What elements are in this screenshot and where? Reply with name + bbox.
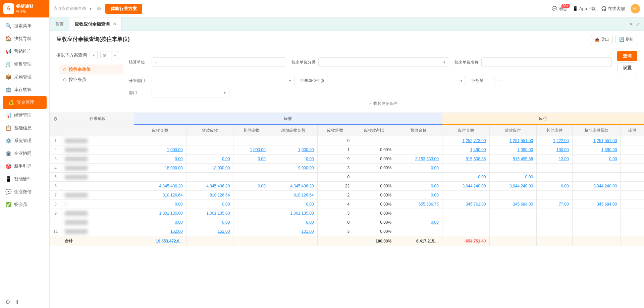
sidebar-item-quick[interactable]: 🏠 快捷导航 <box>0 32 49 45</box>
sidebar-item-marketing[interactable]: 📢 营销推广 <box>0 45 49 58</box>
page-header: 应收应付余额查询(按往来单位) 📤 导出 🔄 刷新 <box>50 31 644 47</box>
table-row: 11████████152.00152.00101.0030.00% <box>50 227 644 236</box>
table-row: 9████████1,001,135.001,001,135.001,001,1… <box>50 209 644 218</box>
tabbar-close-icon[interactable]: ✕ <box>629 21 633 27</box>
sidebar-item-purchase[interactable]: 📦 采购管理 <box>0 71 49 83</box>
col-other-ar-h: 其他应收 <box>233 125 269 136</box>
sidebar-item-search[interactable]: 🔍 搜索菜单 <box>0 19 49 32</box>
refresh-button[interactable]: 🔄 刷新 <box>615 35 637 44</box>
setting-button[interactable]: 设置 <box>617 62 637 73</box>
filter-target-btn[interactable]: ⊙ <box>100 51 108 59</box>
export-button[interactable]: 📤 导出 <box>591 35 613 44</box>
col-settings[interactable]: ⚙ <box>50 113 61 125</box>
table-body: 1████████01,252,773.001,251,551.001,222.… <box>50 136 644 236</box>
marketing-icon: 📢 <box>5 48 11 54</box>
footer-label: 合计 <box>61 236 134 246</box>
salesman-input[interactable]: ··· <box>494 76 637 85</box>
col-ap-h: 应付 <box>621 125 644 136</box>
sidebar-item-system[interactable]: ⚙️ 系统管理 <box>0 134 49 147</box>
footer-num <box>50 236 61 246</box>
footer-ar-count <box>317 236 353 246</box>
col-loan-ar-h: 贷款应收 <box>186 125 233 136</box>
main-content: 应收应付余额查询(按往来单位) 📤 导出 🔄 刷新 按以下方案查询 + ⊙ « <box>50 31 644 308</box>
sidebar-item-basic[interactable]: 📋 基础信息 <box>0 122 49 134</box>
table-footer-row: 合计 19,553,472,6... 100.00% 6,417,215....… <box>50 236 644 246</box>
dept-input[interactable]: ▼ <box>152 76 295 85</box>
col-ar-amt-h: 应收金额 <box>134 125 186 136</box>
filter-dept: 分管部门 ▼ <box>129 76 295 85</box>
table-footer: 合计 19,553,472,6... 100.00% 6,417,215....… <box>50 236 644 246</box>
filter-add-btn[interactable]: + <box>90 51 98 59</box>
collapse-sidebar-icon[interactable]: ⏸ <box>14 299 19 305</box>
table-container[interactable]: ⚙ 往来单位 应收 应付 应收金额 贷款应收 其他应收 超期应收金额 应收笔数 … <box>50 113 644 308</box>
tab-home[interactable]: 首页 <box>50 17 69 31</box>
sidebar-item-member[interactable]: ✅ 畅会员 <box>0 198 49 211</box>
query-button[interactable]: 查询 <box>617 51 637 61</box>
tabbar-expand-icon[interactable]: ⤢ <box>636 21 640 27</box>
col-ar-ratio-h: 应收款占比 <box>353 125 395 136</box>
topbar-message[interactable]: 💬 消息 99+ <box>552 6 567 12</box>
basic-icon: 📋 <box>5 125 11 131</box>
unit-name-input[interactable] <box>481 57 612 67</box>
sidebar-item-hardware[interactable]: 📱 智能硬件 <box>0 173 49 185</box>
operation-icon: 📊 <box>5 112 11 118</box>
settings-bottom-icon[interactable]: ⚙ <box>5 299 10 305</box>
sidebar-item-inventory[interactable]: 🏢 库存核算 <box>0 83 49 96</box>
sidebar-item-guide[interactable]: 🎯 新手引导 <box>0 160 49 173</box>
query-buttons: 查询 设置 <box>617 51 637 73</box>
sidebar-item-wechat[interactable]: 💬 企业微信 <box>0 185 49 198</box>
topbar: 应收应付余额查询 ▼ ⚙ 体验行业方案 💬 消息 99+ 📱 App下载 🎧 在… <box>50 0 644 17</box>
footer-overdue-ap <box>572 236 621 246</box>
table-row: 4████████18,000.0018,000.009,000.0030.00… <box>50 164 644 173</box>
logo-icon: 6 <box>3 3 14 14</box>
search-icon: 🔍 <box>5 23 11 29</box>
message-badge: 99+ <box>561 4 570 8</box>
guide-icon: 🎯 <box>5 163 11 169</box>
table-row: ████████0.000.000.0000.00%0.00 <box>50 218 644 227</box>
subdept-input[interactable]: ▼ <box>152 88 229 97</box>
filter-unit-category: 往来单位分类 ▼ <box>291 57 449 67</box>
col-loan-ap-h: 贷款应付 <box>489 125 537 136</box>
footer-ap-amt: -654,751.40 <box>442 236 489 246</box>
sidebar-item-enterprise[interactable]: 🏛️ 企业协同 <box>0 147 49 160</box>
member-icon: ✅ <box>5 202 11 208</box>
sidebar-item-sales[interactable]: 🛒 销售管理 <box>0 58 49 71</box>
filter-row-1: 结算单位 ··· 往来单位分类 ▼ 往来单位名称 <box>129 51 637 73</box>
col-other-ap-h: 其他应付 <box>537 125 573 136</box>
sidebar-item-operation[interactable]: 📊 经营管理 <box>0 109 49 122</box>
sidebar: 6 畅捷通财 标准版 🔍 搜索菜单 🏠 快捷导航 📢 营销推广 🛒 销售管理 📦… <box>0 0 50 308</box>
table-row: 3████████0.000.000.000.0090.00%2,153,333… <box>50 155 644 164</box>
group-by-unit[interactable]: ⊙ 按往来单位 <box>59 64 123 75</box>
topbar-app-download[interactable]: 📱 App下载 <box>573 6 596 12</box>
collapse-filter-btn[interactable]: ∧ 收起更多条件 <box>129 99 637 108</box>
topbar-online-service[interactable]: 🎧 在线客服 <box>601 6 625 12</box>
col-unit-header: 往来单位 <box>61 113 134 125</box>
col-unit-h <box>61 125 134 136</box>
tab-arbalance[interactable]: 应收应付余额查询 ✕ <box>69 17 122 31</box>
filter-collapse-btn[interactable]: « <box>111 51 119 59</box>
group-by-salesman[interactable]: ⊙ 按业务员 <box>59 75 123 85</box>
solution-button[interactable]: 体验行业方案 <box>105 4 142 14</box>
topbar-gear-icon[interactable]: ⚙ <box>95 4 103 13</box>
logo-badge: 标准版 <box>16 9 34 14</box>
table-gear-icon[interactable]: ⚙ <box>53 116 58 122</box>
settlement-unit-input[interactable]: ··· <box>152 57 286 67</box>
sidebar-bottom: ⚙ ⏸ <box>0 296 49 308</box>
page-actions: 📤 导出 🔄 刷新 <box>591 35 637 44</box>
topbar-dropdown-icon[interactable]: ▼ <box>89 6 93 11</box>
filter-area: 按以下方案查询 + ⊙ « ⊙ 按往来单位 ⊙ 按业务员 <box>50 47 644 113</box>
group-salesman-icon: ⊙ <box>63 77 67 82</box>
unit-category-input[interactable]: ▼ <box>318 57 449 67</box>
unit-nature-input[interactable]: ▼ <box>327 76 466 85</box>
col-overdue-ar-h: 超期应收金额 <box>269 125 317 136</box>
group-unit-icon: ⊙ <box>63 67 67 72</box>
page-title: 应收应付余额查询(按往来单位) <box>56 36 130 43</box>
sidebar-item-finance[interactable]: 💰 资金管理 <box>3 96 47 109</box>
tab-close-icon[interactable]: ✕ <box>113 22 116 26</box>
footer-loan-ap <box>489 236 537 246</box>
footer-overdue-ar <box>269 236 317 246</box>
topbar-user-avatar[interactable]: Rit <box>631 4 640 13</box>
table-row: 5████████00.000.00 <box>50 173 644 182</box>
filter-row-2: 分管部门 ▼ 往来单位性质 ▼ 业务员 <box>129 76 637 85</box>
home-icon: 🏠 <box>5 36 11 42</box>
